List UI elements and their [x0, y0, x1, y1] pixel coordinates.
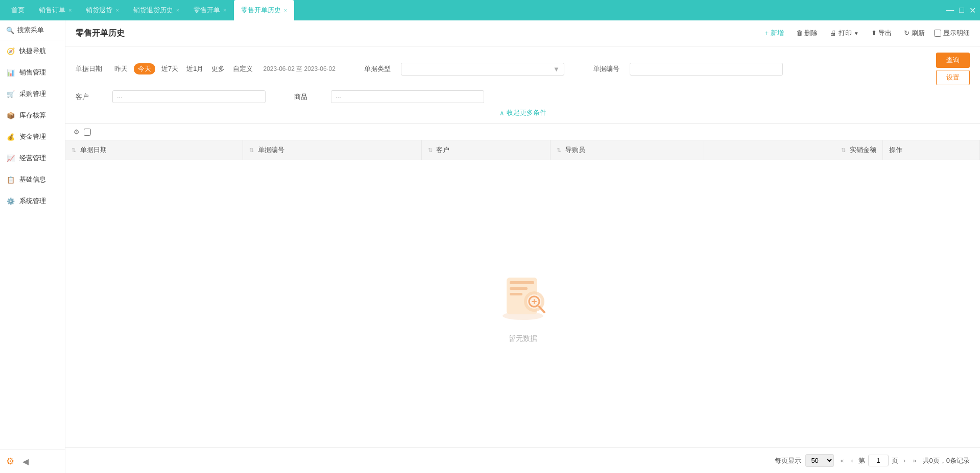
sort-arrows-doc-date: ⇅ [71, 147, 76, 153]
refresh-btn[interactable]: ↻ 刷新 [901, 27, 928, 40]
date-options: 昨天 今天 近7天 近1月 更多 自定义 [112, 63, 255, 74]
col-operation: 操作 [882, 140, 979, 160]
filter-row-2: 客户 ··· 商品 ··· [76, 90, 970, 103]
tab-close-sales-return[interactable]: × [115, 7, 118, 13]
total-text: 共0页，0条记录 [923, 456, 970, 465]
table-header-row: ⇅ 单据日期 ⇅ 单据编号 ⇅ 客户 ⇅ 导购员 [65, 140, 980, 160]
tab-retail-open[interactable]: 零售开单 × [186, 0, 233, 20]
window-minimize-btn[interactable]: — [946, 6, 954, 15]
last-page-btn[interactable]: » [911, 456, 918, 465]
window-maximize-btn[interactable]: □ [959, 6, 964, 15]
collapse-icon: ∧ [499, 109, 505, 117]
sidebar-item-finance-label: 资金管理 [19, 132, 46, 141]
tab-retail-open-history[interactable]: 零售开单历史 × [234, 0, 294, 20]
date-option-1month[interactable]: 近1月 [184, 63, 205, 74]
tab-sales-return-history[interactable]: 销货退货历史 × [126, 0, 186, 20]
col-customer[interactable]: ⇅ 客户 [421, 140, 550, 160]
sort-arrows-guide: ⇅ [557, 147, 561, 153]
setting-btn[interactable]: 设置 [936, 70, 970, 85]
search-icon: 🔍 [6, 27, 14, 34]
sidebar-item-quick-nav[interactable]: 🧭 快捷导航 [0, 40, 65, 62]
sys-mgmt-icon: ⚙️ [6, 196, 15, 206]
tab-home[interactable]: 首页 [4, 0, 32, 20]
per-page-select[interactable]: 50 10 20 100 [805, 454, 834, 467]
table-toolbar: ⚙ [65, 124, 980, 140]
sidebar-item-sys-mgmt[interactable]: ⚙️ 系统管理 [0, 190, 65, 212]
prev-page-btn[interactable]: ‹ [849, 456, 855, 465]
tab-close-retail-open-history[interactable]: × [284, 7, 287, 13]
toolbar: + 新增 🗑 删除 🖨 打印 ▼ ⬆ 导出 ↻ 刷新 显示明细 [761, 27, 970, 40]
purchase-mgmt-icon: 🛒 [6, 89, 15, 98]
page-label: 第 [858, 456, 865, 465]
col-guide[interactable]: ⇅ 导购员 [551, 140, 704, 160]
display-toggle[interactable]: 显示明细 [934, 29, 970, 38]
filter-area: 单据日期 昨天 今天 近7天 近1月 更多 自定义 2023-06-02 至 2… [65, 46, 980, 124]
inventory-icon: 📦 [6, 111, 15, 120]
date-option-yesterday[interactable]: 昨天 [112, 63, 130, 74]
table-settings-btn[interactable]: ⚙ [74, 128, 80, 136]
date-option-7days[interactable]: 近7天 [159, 63, 180, 74]
tab-close-retail-open[interactable]: × [223, 7, 226, 13]
main-layout: 🔍 搜索采单 🧭 快捷导航 📊 销售管理 🛒 采购管理 📦 库存核算 💰 资金管… [0, 20, 980, 473]
sidebar-search[interactable]: 🔍 搜索采单 [0, 20, 65, 40]
page-header: 零售开单历史 + 新增 🗑 删除 🖨 打印 ▼ ⬆ 导出 ↻ 刷新 [65, 20, 980, 46]
operations-icon: 📈 [6, 154, 15, 163]
next-page-btn[interactable]: › [901, 456, 907, 465]
sidebar-item-basic-info[interactable]: 📋 基础信息 [0, 169, 65, 190]
print-btn[interactable]: 🖨 打印 ▼ [827, 27, 862, 40]
customer-placeholder: ··· [117, 93, 123, 101]
sidebar-collapse-btn[interactable]: ◀ [22, 457, 29, 466]
data-table: ⇅ 单据日期 ⇅ 单据编号 ⇅ 客户 ⇅ 导购员 [65, 140, 980, 160]
sidebar-item-operations[interactable]: 📈 经营管理 [0, 147, 65, 169]
doc-no-input[interactable] [630, 63, 783, 76]
collapse-btn[interactable]: ∧ 收起更多条件 [76, 108, 970, 117]
content-area: 零售开单历史 + 新增 🗑 删除 🖨 打印 ▼ ⬆ 导出 ↻ 刷新 [65, 20, 980, 473]
goods-select[interactable]: ··· [331, 90, 484, 103]
sidebar-item-inventory-label: 库存核算 [19, 111, 46, 120]
empty-state-text: 暂无数据 [509, 334, 537, 343]
sidebar-item-operations-label: 经营管理 [19, 154, 46, 163]
print-dropdown-icon[interactable]: ▼ [854, 31, 859, 36]
display-toggle-checkbox[interactable] [934, 30, 941, 37]
page-suffix: 页 [892, 456, 898, 465]
date-option-more[interactable]: 更多 [209, 63, 227, 74]
sidebar-item-purchase-mgmt[interactable]: 🛒 采购管理 [0, 83, 65, 105]
sidebar-item-purchase-mgmt-label: 采购管理 [19, 89, 46, 98]
sales-mgmt-icon: 📊 [6, 68, 15, 77]
col-actual-amount[interactable]: ⇅ 实销金额 [704, 140, 883, 160]
date-range: 2023-06-02 至 2023-06-02 [263, 65, 335, 73]
sidebar-item-basic-info-label: 基础信息 [19, 175, 46, 184]
first-page-btn[interactable]: « [838, 456, 846, 465]
svg-rect-2 [510, 281, 534, 284]
customer-select[interactable]: ··· [112, 90, 266, 103]
sort-arrows-customer: ⇅ [428, 147, 433, 153]
tab-close-sales-return-history[interactable]: × [176, 7, 179, 13]
doc-type-dropdown-icon: ▼ [553, 65, 560, 73]
svg-rect-3 [510, 287, 528, 290]
export-btn[interactable]: ⬆ 导出 [868, 27, 895, 40]
sidebar-item-finance[interactable]: 💰 资金管理 [0, 126, 65, 147]
basic-info-icon: 📋 [6, 175, 15, 184]
page-input[interactable] [868, 455, 889, 466]
tab-sales-order[interactable]: 销售订单 × [32, 0, 79, 20]
query-btn[interactable]: 查询 [936, 53, 970, 68]
customer-label: 客户 [76, 92, 104, 102]
sidebar-item-inventory[interactable]: 📦 库存核算 [0, 105, 65, 126]
date-option-custom[interactable]: 自定义 [231, 63, 255, 74]
doc-no-label: 单据编号 [593, 64, 622, 73]
tab-close-sales-order[interactable]: × [68, 7, 71, 13]
tab-sales-return[interactable]: 销货退货 × [79, 0, 126, 20]
doc-type-select[interactable]: ▼ [401, 63, 564, 76]
new-btn[interactable]: + 新增 [761, 27, 786, 40]
sidebar-settings-btn[interactable]: ⚙ [6, 456, 14, 467]
col-doc-date[interactable]: ⇅ 单据日期 [65, 140, 243, 160]
sidebar-item-sales-mgmt[interactable]: 📊 销售管理 [0, 62, 65, 83]
per-page-label: 每页显示 [775, 456, 801, 465]
delete-btn[interactable]: 🗑 删除 [793, 27, 821, 40]
col-doc-no[interactable]: ⇅ 单据编号 [243, 140, 422, 160]
select-all-checkbox[interactable] [84, 129, 91, 136]
sidebar-bottom: ⚙ ◀ [0, 449, 65, 473]
window-close-btn[interactable]: ✕ [969, 6, 976, 15]
date-option-today[interactable]: 今天 [134, 63, 155, 74]
sidebar-item-sales-mgmt-label: 销售管理 [19, 68, 46, 77]
